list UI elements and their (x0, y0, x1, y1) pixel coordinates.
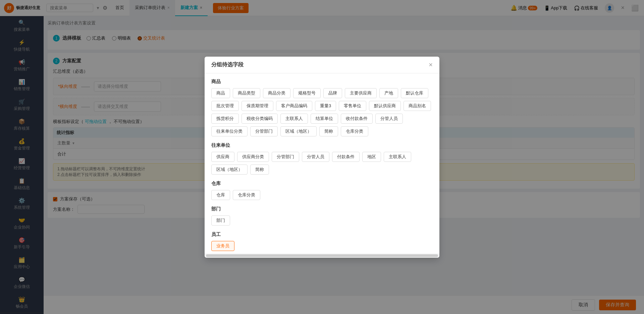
field-tag-batch-manage[interactable]: 批次管理 (211, 101, 239, 111)
field-tag-dept-manage[interactable]: 分管部门 (250, 126, 278, 136)
group-dept-fields: 部门 (211, 215, 433, 226)
field-group-staff: 员工 业务员 (211, 232, 433, 251)
field-tag-settle-unit[interactable]: 结算单位 (311, 114, 338, 124)
field-tag-customer-code[interactable]: 客户商品编码 (276, 101, 312, 111)
field-tag-supplier[interactable]: 供应商 (211, 152, 234, 162)
field-tag-warehouse[interactable]: 仓库 (211, 190, 230, 200)
field-tag-default-warehouse[interactable]: 默认仓库 (401, 88, 428, 98)
field-tag-retail-unit[interactable]: 零售单位 (339, 101, 366, 111)
field-tag-main-contact2[interactable]: 主联系人 (384, 152, 411, 162)
field-group-warehouse: 仓库 仓库 仓库分类 (211, 181, 433, 200)
field-tag-abbr2[interactable]: 简称 (250, 165, 269, 175)
dialog-body: 商品 商品 商品类型 商品分类 规格型号 品牌 主要供应商 产地 默认仓库 批次… (205, 73, 439, 254)
dialog-overlay: 分组待选字段 × 商品 商品 商品类型 商品分类 规格型号 品牌 主要供应商 产… (0, 0, 644, 314)
field-tag-department[interactable]: 部门 (211, 215, 230, 226)
field-tag-goods-alias[interactable]: 商品别名 (404, 101, 431, 111)
dialog-scrollbar-bottom (205, 254, 439, 257)
field-tag-dept[interactable]: 分管部门 (272, 152, 299, 162)
group-staff-fields: 业务员 (211, 241, 433, 251)
group-warehouse-title: 仓库 (211, 181, 433, 187)
dialog-header: 分组待选字段 × (205, 57, 439, 73)
dialog-title: 分组待选字段 (211, 61, 244, 68)
field-tag-default-supplier[interactable]: 默认供应商 (369, 101, 401, 111)
group-warehouse-fields: 仓库 仓库分类 (211, 190, 433, 200)
field-tag-main-supplier[interactable]: 主要供应商 (345, 88, 377, 98)
group-staff-title: 员工 (211, 232, 433, 238)
field-group-goods: 商品 商品 商品类型 商品分类 规格型号 品牌 主要供应商 产地 默认仓库 批次… (211, 79, 433, 136)
dialog: 分组待选字段 × 商品 商品 商品类型 商品分类 规格型号 品牌 主要供应商 产… (205, 57, 439, 258)
field-tag-origin[interactable]: 产地 (379, 88, 398, 98)
field-tag-payment-terms[interactable]: 收付款条件 (341, 114, 373, 124)
field-tag-brand[interactable]: 品牌 (323, 88, 342, 98)
field-tag-warehouse-category[interactable]: 仓库分类 (341, 126, 368, 136)
field-tag-region2[interactable]: 区域（地区） (211, 165, 248, 175)
field-tag-supplier-category[interactable]: 供应商分类 (237, 152, 269, 162)
field-tag-goods-type[interactable]: 商品类型 (233, 88, 260, 98)
dialog-close-button[interactable]: × (429, 61, 433, 68)
field-group-dept: 部门 部门 (211, 206, 433, 226)
horizontal-scrollbar[interactable] (206, 254, 438, 257)
field-tag-tax-code[interactable]: 税收分类编码 (241, 114, 278, 124)
field-tag-spec[interactable]: 规格型号 (293, 88, 321, 98)
field-tag-party-category[interactable]: 往来单位分类 (211, 126, 248, 136)
group-party-fields: 供应商 供应商分类 分管部门 分管人员 付款条件 地区 主联系人 区域（地区） … (211, 152, 433, 175)
field-tag-quality-manage[interactable]: 保质期管理 (241, 101, 273, 111)
group-dept-title: 部门 (211, 206, 433, 212)
field-tag-region1[interactable]: 区域（地区） (280, 126, 317, 136)
field-group-party: 往来单位 供应商 供应商分类 分管部门 分管人员 付款条件 地区 主联系人 区域… (211, 142, 433, 175)
group-party-title: 往来单位 (211, 142, 433, 148)
field-tag-manage-person[interactable]: 分管人员 (302, 152, 329, 162)
field-tag-weight3[interactable]: 重量3 (315, 101, 336, 111)
field-tag-main-contact[interactable]: 主联系人 (280, 114, 308, 124)
group-goods-fields: 商品 商品类型 商品分类 规格型号 品牌 主要供应商 产地 默认仓库 批次管理 … (211, 88, 433, 136)
field-tag-pay-terms[interactable]: 付款条件 (332, 152, 360, 162)
field-tag-pick-points[interactable]: 拣货积分 (211, 114, 239, 124)
field-tag-salesperson[interactable]: 业务员 (211, 241, 234, 251)
field-tag-manager[interactable]: 分管人员 (375, 114, 403, 124)
field-tag-goods-category[interactable]: 商品分类 (263, 88, 290, 98)
field-tag-warehouse-cat[interactable]: 仓库分类 (233, 190, 260, 200)
field-tag-goods[interactable]: 商品 (211, 88, 230, 98)
group-goods-title: 商品 (211, 79, 433, 85)
field-tag-area[interactable]: 地区 (362, 152, 381, 162)
field-tag-abbr1[interactable]: 简称 (319, 126, 338, 136)
